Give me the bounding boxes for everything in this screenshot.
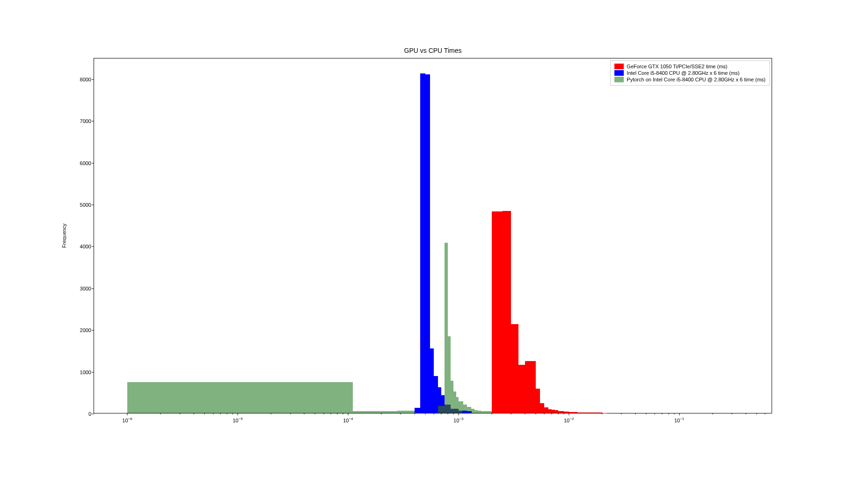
y-tick-label: 2000 xyxy=(80,327,91,333)
x-tick-label: 10−1 xyxy=(674,417,684,423)
chart-title: GPU vs CPU Times xyxy=(94,47,772,54)
y-tick-label: 1000 xyxy=(80,369,91,375)
legend-swatch-blue xyxy=(614,70,624,76)
histogram-bar xyxy=(577,413,602,413)
x-minor-tick-mark xyxy=(511,413,511,414)
x-minor-tick-mark xyxy=(453,413,453,414)
x-minor-tick-mark xyxy=(712,413,713,414)
histogram-bar-overlap xyxy=(451,409,459,413)
x-minor-tick-mark xyxy=(655,413,655,414)
plot-area: GeForce GTX 1050 Ti/PCIe/SSE2 time (ms) … xyxy=(94,58,772,413)
histogram-bar xyxy=(127,382,320,413)
x-tick-mark xyxy=(237,413,238,415)
legend-item: GeForce GTX 1050 Ti/PCIe/SSE2 time (ms) xyxy=(614,64,766,69)
x-minor-tick-mark xyxy=(447,413,448,414)
x-minor-tick-mark xyxy=(227,413,227,414)
x-axis: 10−610−510−410−310−210−1 xyxy=(94,413,773,427)
chart-legend: GeForce GTX 1050 Ti/PCIe/SSE2 time (ms) … xyxy=(610,60,770,86)
y-axis: 010002000300040005000600070008000 xyxy=(71,58,94,414)
histogram-bar-overlap xyxy=(438,406,442,413)
histogram-bar xyxy=(481,411,487,413)
x-minor-tick-mark xyxy=(646,413,646,414)
histogram-bar xyxy=(415,408,420,413)
y-tick-mark xyxy=(92,288,94,289)
y-tick-label: 8000 xyxy=(80,77,91,82)
x-minor-tick-mark xyxy=(160,413,161,414)
histogram-bar xyxy=(558,411,564,413)
histogram-bar xyxy=(361,411,379,413)
histogram-bar xyxy=(518,365,525,413)
x-minor-tick-mark xyxy=(525,413,525,414)
histogram-bar xyxy=(540,403,544,413)
y-tick-mark xyxy=(92,372,94,372)
x-minor-tick-mark xyxy=(602,413,602,414)
x-minor-tick-mark xyxy=(662,413,663,414)
legend-item: Pytorch on Intel Core i5-8400 CPU @ 2.80… xyxy=(614,77,766,82)
y-tick-label: 3000 xyxy=(80,286,91,291)
legend-item: Intel Core i5-8400 CPU @ 2.80GHz x 6 tim… xyxy=(614,70,766,76)
histogram-bar xyxy=(492,211,503,413)
x-tick-mark xyxy=(679,413,679,415)
legend-label: Intel Core i5-8400 CPU @ 2.80GHz x 6 tim… xyxy=(627,70,739,76)
x-minor-tick-mark xyxy=(434,413,434,414)
x-minor-tick-mark xyxy=(674,413,674,414)
x-minor-tick-mark xyxy=(180,413,180,414)
x-minor-tick-mark xyxy=(491,413,492,414)
x-tick-mark xyxy=(458,413,459,415)
histogram-bar xyxy=(487,411,492,413)
histogram-bar xyxy=(445,243,448,413)
x-minor-tick-mark xyxy=(314,413,315,414)
x-minor-tick-mark xyxy=(563,413,564,414)
histogram-bar xyxy=(320,382,353,413)
x-minor-tick-mark xyxy=(756,413,757,414)
x-tick-label: 10−4 xyxy=(343,417,353,423)
x-tick-label: 10−5 xyxy=(233,417,242,423)
legend-label: GeForce GTX 1050 Ti/PCIe/SSE2 time (ms) xyxy=(627,64,727,69)
x-minor-tick-mark xyxy=(621,413,622,414)
histogram-bar-overlap xyxy=(445,405,451,413)
histogram-bar xyxy=(548,409,552,413)
histogram-bar xyxy=(511,324,518,413)
histogram-bar xyxy=(536,389,540,413)
y-tick-mark xyxy=(92,204,94,205)
histogram-bar xyxy=(564,412,569,413)
y-tick-label: 0 xyxy=(88,411,91,417)
histogram-bar xyxy=(425,74,430,413)
x-minor-tick-mark xyxy=(425,413,425,414)
x-minor-tick-mark xyxy=(270,413,271,414)
legend-swatch-red xyxy=(614,64,624,69)
x-minor-tick-mark xyxy=(552,413,552,414)
x-minor-tick-mark xyxy=(213,413,213,414)
histogram-bar xyxy=(531,361,536,413)
x-tick-label: 10−3 xyxy=(453,417,463,423)
x-minor-tick-mark xyxy=(441,413,442,414)
histogram-bar xyxy=(474,410,478,413)
legend-swatch-green xyxy=(614,77,624,82)
x-minor-tick-mark xyxy=(331,413,331,414)
histogram-bar xyxy=(552,410,555,413)
histogram-bar xyxy=(430,348,434,413)
histogram-bar xyxy=(353,411,361,413)
y-tick-mark xyxy=(92,246,94,247)
x-minor-tick-mark xyxy=(323,413,324,414)
y-tick-label: 6000 xyxy=(80,160,91,166)
x-minor-tick-mark xyxy=(204,413,204,414)
histogram-bar xyxy=(478,411,481,413)
histogram-bar-overlap xyxy=(459,411,462,413)
x-tick-label: 10−2 xyxy=(564,417,574,423)
x-minor-tick-mark xyxy=(233,413,233,414)
x-tick-label: 10−6 xyxy=(122,417,132,423)
y-tick-label: 4000 xyxy=(80,244,91,249)
y-tick-label: 7000 xyxy=(80,118,91,124)
x-minor-tick-mark xyxy=(343,413,343,414)
x-minor-tick-mark xyxy=(304,413,304,414)
histogram-bar xyxy=(555,410,558,413)
x-minor-tick-mark xyxy=(745,413,746,414)
x-minor-tick-mark xyxy=(290,413,291,414)
x-minor-tick-mark xyxy=(558,413,558,414)
histogram-bar xyxy=(544,407,548,413)
x-tick-mark xyxy=(127,413,128,415)
x-minor-tick-mark xyxy=(414,413,415,414)
x-minor-tick-mark xyxy=(337,413,337,414)
chart-container: GPU vs CPU Times GeForce GTX 1050 Ti/PCI… xyxy=(94,47,772,412)
